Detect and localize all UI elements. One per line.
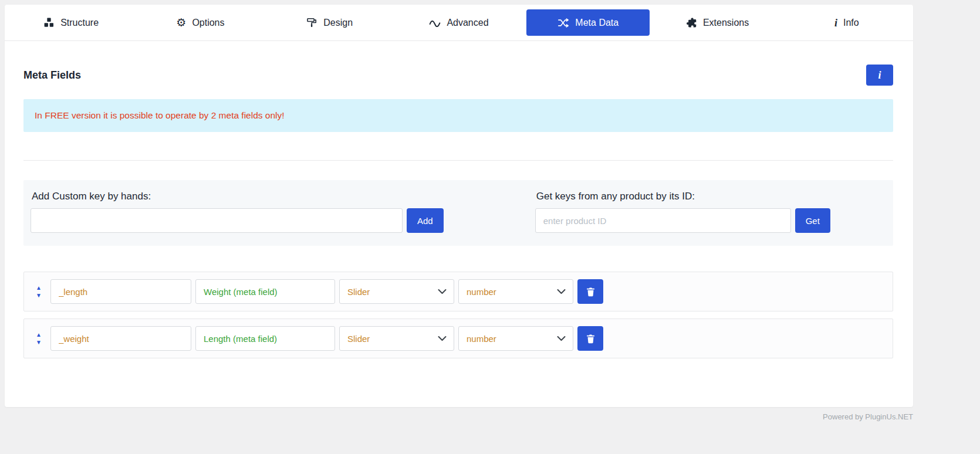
tab-label: Structure [60, 18, 99, 28]
tab-content: Meta Fields i In FREE version it is poss… [5, 41, 913, 358]
type-select-wrap: number [458, 326, 573, 351]
tab-meta-data[interactable]: Meta Data [526, 9, 650, 36]
tab-label: Advanced [447, 18, 488, 28]
view-select-wrap: Slider [339, 326, 454, 351]
tab-label: Extensions [703, 18, 749, 28]
powered-by: Powered by PluginUs.NET [823, 412, 913, 421]
view-select[interactable]: Slider [339, 279, 454, 304]
tab-label: Design [323, 18, 353, 28]
product-id-field-row: Get [535, 208, 830, 233]
get-button[interactable]: Get [795, 208, 830, 233]
divider [23, 160, 893, 161]
info-icon: i [878, 70, 881, 80]
meta-rows-list: ▲ ▼ Slider number [23, 272, 893, 358]
type-select-wrap: number [458, 279, 573, 304]
tab-extensions[interactable]: Extensions [655, 9, 779, 36]
add-button[interactable]: Add [407, 208, 444, 233]
sort-up-icon: ▲ [36, 285, 42, 291]
product-id-label: Get keys from any product by its ID: [536, 191, 830, 202]
tab-bar: Structure ⚙ Options Design Advanced [5, 5, 913, 41]
tab-structure[interactable]: Structure [9, 9, 133, 36]
meta-title-input[interactable] [195, 326, 335, 351]
type-select[interactable]: number [458, 279, 573, 304]
delete-row-button[interactable] [577, 279, 603, 304]
tab-label: Info [843, 18, 859, 28]
tab-design[interactable]: Design [268, 9, 391, 36]
sort-down-icon: ▼ [36, 293, 42, 299]
notice-text: In FREE version it is possible to operat… [35, 110, 285, 121]
cubes-icon [43, 17, 55, 28]
view-select[interactable]: Slider [339, 326, 454, 351]
plugin-panel: Structure ⚙ Options Design Advanced [5, 5, 913, 407]
meta-field-row: ▲ ▼ Slider number [23, 272, 893, 311]
type-select[interactable]: number [458, 326, 573, 351]
paint-roller-icon [306, 17, 317, 28]
gear-icon: ⚙ [176, 17, 186, 28]
drag-handle[interactable]: ▲ ▼ [31, 285, 46, 299]
page-title: Meta Fields [23, 69, 81, 82]
free-version-notice: In FREE version it is possible to operat… [23, 99, 893, 132]
tab-label: Options [192, 18, 224, 28]
trash-icon [586, 333, 596, 344]
info-icon: i [834, 18, 837, 28]
tab-label: Meta Data [575, 18, 619, 28]
product-id-input[interactable] [535, 208, 791, 233]
meta-field-row: ▲ ▼ Slider number [23, 319, 893, 358]
custom-key-group: Add Custom key by hands: Add [31, 191, 444, 233]
tab-options[interactable]: ⚙ Options [138, 9, 262, 36]
custom-key-label: Add Custom key by hands: [32, 191, 444, 202]
sort-up-icon: ▲ [36, 332, 42, 338]
custom-key-field-row: Add [31, 208, 444, 233]
puzzle-icon [686, 17, 697, 28]
title-row: Meta Fields i [23, 65, 893, 86]
keys-panel: Add Custom key by hands: Add Get keys fr… [23, 180, 893, 246]
tab-advanced[interactable]: Advanced [397, 9, 521, 36]
product-keys-group: Get keys from any product by its ID: Get [535, 191, 830, 233]
meta-title-input[interactable] [195, 279, 335, 304]
shuffle-icon [557, 18, 569, 28]
view-select-wrap: Slider [339, 279, 454, 304]
tab-info[interactable]: i Info [785, 9, 908, 36]
delete-row-button[interactable] [577, 326, 603, 351]
drag-handle[interactable]: ▲ ▼ [31, 332, 46, 345]
wave-icon [429, 18, 441, 27]
meta-key-input[interactable] [50, 326, 191, 351]
admin-page: Structure ⚙ Options Design Advanced [0, 0, 980, 454]
custom-key-input[interactable] [31, 208, 403, 233]
sort-down-icon: ▼ [36, 340, 42, 345]
info-button[interactable]: i [866, 65, 893, 86]
trash-icon [586, 286, 596, 297]
meta-key-input[interactable] [50, 279, 191, 304]
